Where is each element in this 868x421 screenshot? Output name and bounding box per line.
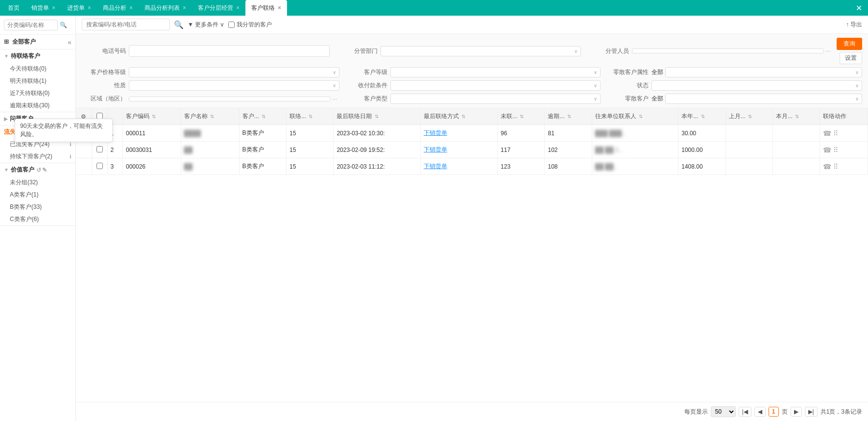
sort-this-month-icon[interactable]: ⇅: [795, 114, 799, 119]
sort-last-month-icon[interactable]: ⇅: [748, 114, 752, 119]
page-next-button[interactable]: ▶: [791, 407, 802, 417]
sort-uncontacted-icon[interactable]: ⇅: [520, 114, 524, 119]
row-select-checkbox[interactable]: [96, 163, 103, 169]
sort-type-icon[interactable]: ⇅: [262, 114, 265, 119]
sidebar-item-class-c[interactable]: C类客户(6): [0, 213, 75, 225]
th-uncontacted[interactable]: 未联... ⇅: [498, 108, 545, 125]
th-this-month[interactable]: 本月... ⇅: [773, 108, 820, 125]
my-customers-filter[interactable]: 我分管的客户: [228, 21, 272, 29]
sort-this-year-icon[interactable]: ⇅: [701, 114, 705, 119]
tab-customer-contact-close[interactable]: ×: [278, 4, 281, 11]
page-prev-button[interactable]: ◀: [754, 407, 766, 417]
filter-price-level-select[interactable]: ∨: [129, 67, 339, 77]
sidebar-item-today[interactable]: 今天待联络(0): [0, 63, 75, 75]
tab-customer-tier-close[interactable]: ×: [236, 4, 240, 11]
export-button[interactable]: ↑ 导出: [846, 21, 862, 29]
action-contact-icon[interactable]: ☎: [823, 146, 831, 154]
filter-person-select[interactable]: [632, 49, 824, 53]
refresh-icon[interactable]: ↺: [36, 167, 41, 173]
th-overdue[interactable]: 逾期... ⇅: [545, 108, 592, 125]
action-contact-icon[interactable]: ☎: [823, 129, 831, 137]
tab-home[interactable]: 首页: [2, 0, 25, 16]
sidebar-item-class-a[interactable]: A类客户(1): [0, 189, 75, 201]
more-conditions-button[interactable]: ▼ 更多条件 ∨: [188, 21, 224, 29]
th-this-year[interactable]: 本年... ⇅: [678, 108, 725, 125]
row-last-method[interactable]: 下销货单: [420, 142, 497, 158]
person-more-dots[interactable]: ···: [824, 48, 833, 54]
th-last-date[interactable]: 最后联络日期 ⇅: [334, 108, 421, 125]
edit-icon[interactable]: ✎: [42, 167, 47, 173]
sort-overdue-icon[interactable]: ⇅: [567, 114, 571, 119]
filter-payment-select[interactable]: ∨: [390, 80, 601, 91]
tab-sales-close[interactable]: ×: [52, 4, 55, 11]
filter-dept-select[interactable]: ∨: [381, 46, 581, 56]
filter-level-select[interactable]: ∨: [390, 67, 601, 77]
filter-retail-select[interactable]: ∨: [665, 94, 862, 104]
page-size-select[interactable]: 50 10 20 100: [711, 406, 736, 417]
select-all-checkbox[interactable]: [96, 113, 103, 119]
sort-last-method-icon[interactable]: ⇅: [461, 114, 465, 119]
sidebar-item-week[interactable]: 近7天待联络(0): [0, 87, 75, 99]
main-search-button[interactable]: 🔍: [174, 20, 184, 29]
sidebar-collapse-icon[interactable]: «: [68, 38, 72, 46]
sidebar-group-pending-header[interactable]: ▼ 待联络客户: [0, 50, 75, 63]
app-close-button[interactable]: ✕: [852, 3, 866, 13]
main-search-input[interactable]: [82, 19, 170, 30]
row-settings[interactable]: [76, 142, 92, 158]
tab-product-list[interactable]: 商品分析列表 ×: [139, 0, 192, 16]
action-contact-icon[interactable]: ☎: [823, 163, 831, 171]
tab-product-analysis-close[interactable]: ×: [129, 4, 133, 11]
tab-product-analysis[interactable]: 商品分析 ×: [97, 0, 139, 16]
page-last-button[interactable]: ▶|: [805, 407, 818, 417]
filter-gender-select[interactable]: ∨: [129, 80, 339, 91]
content-area: 🔍 ▼ 更多条件 ∨ 我分管的客户 ↑ 导出 电话号码: [76, 16, 868, 421]
th-last-month[interactable]: 上月... ⇅: [725, 108, 772, 125]
sidebar-search-icon[interactable]: 🔍: [60, 22, 67, 28]
th-contacts[interactable]: 往来单位联系人 ⇅: [592, 108, 678, 125]
query-button[interactable]: 查询: [837, 38, 862, 50]
row-checkbox[interactable]: [92, 158, 107, 175]
sidebar-item-tomorrow[interactable]: 明天待联络(1): [0, 75, 75, 87]
tab-purchase-close[interactable]: ×: [88, 4, 91, 11]
filter-phone-input[interactable]: [129, 45, 330, 57]
sort-contacts-icon[interactable]: ⇅: [639, 114, 643, 119]
tab-product-list-close[interactable]: ×: [183, 4, 186, 11]
page-first-button[interactable]: |◀: [739, 407, 751, 417]
sort-last-date-icon[interactable]: ⇅: [375, 114, 379, 119]
row-settings[interactable]: [76, 158, 92, 175]
sort-code-icon[interactable]: ⇅: [152, 114, 156, 119]
action-more-icon[interactable]: ⠿: [833, 129, 838, 137]
row-last-method[interactable]: 下销货单: [420, 125, 497, 142]
tab-purchase[interactable]: 进货单 ×: [61, 0, 97, 16]
sidebar-item-overdue[interactable]: 逾期未联络(30): [0, 99, 75, 112]
sidebar-search-input[interactable]: [4, 20, 58, 30]
filter-status-select[interactable]: ∨: [651, 80, 862, 91]
th-code[interactable]: 客户编码 ⇅: [122, 108, 181, 125]
sort-name-icon[interactable]: ⇅: [210, 114, 214, 119]
sidebar-item-ungroup[interactable]: 未分组(32): [0, 176, 75, 189]
sidebar-item-class-b[interactable]: B类客户(33): [0, 201, 75, 213]
sort-contact-icon[interactable]: ⇅: [309, 114, 313, 119]
filter-retail-attr-select[interactable]: ∨: [665, 67, 862, 77]
action-more-icon[interactable]: ⠿: [833, 146, 838, 154]
tab-customer-tier[interactable]: 客户分层经营 ×: [192, 0, 245, 16]
sidebar-group-value-header[interactable]: ▼ 价值客户 ↺ ✎: [0, 163, 75, 176]
settings-button[interactable]: 设置: [840, 52, 862, 64]
sidebar-all-customers[interactable]: ⊞ 全部客户 «: [0, 35, 75, 50]
row-uncontacted: 96: [498, 125, 545, 142]
my-customers-checkbox[interactable]: [228, 22, 235, 28]
tab-customer-contact[interactable]: 客户联络 ×: [245, 0, 287, 16]
th-last-method[interactable]: 最后联络方式 ⇅: [420, 108, 497, 125]
row-last-method[interactable]: 下销货单: [420, 158, 497, 175]
row-select-checkbox[interactable]: [96, 146, 103, 152]
row-checkbox[interactable]: [92, 142, 107, 158]
region-more-dots[interactable]: ···: [331, 96, 339, 102]
tab-sales[interactable]: 销货单 ×: [25, 0, 61, 16]
filter-region-select[interactable]: [129, 97, 331, 101]
sidebar-item-declining[interactable]: 持续下滑客户(2) ℹ: [0, 150, 75, 163]
action-more-icon[interactable]: ⠿: [833, 163, 838, 171]
th-name[interactable]: 客户名称 ⇅: [181, 108, 239, 125]
filter-customer-type-select[interactable]: ∨: [390, 94, 601, 104]
th-contact[interactable]: 联络... ⇅: [286, 108, 333, 125]
th-type[interactable]: 客户... ⇅: [239, 108, 286, 125]
